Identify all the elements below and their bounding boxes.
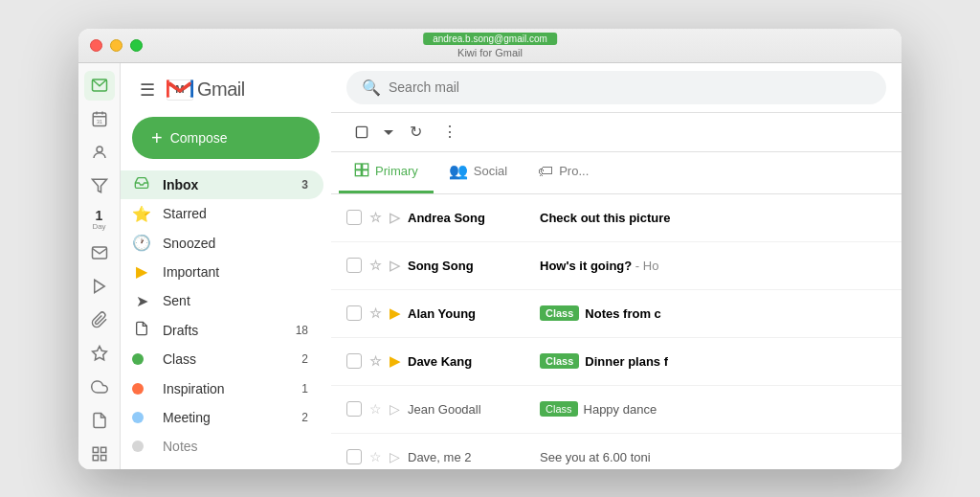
inbox-label: Inbox [163, 177, 290, 192]
email-checkbox[interactable] [346, 449, 362, 464]
important-marker-icon[interactable]: ▷ [390, 449, 400, 464]
email-row[interactable]: ☆ ▶ Dave Kang Class Dinner plans f [331, 338, 902, 386]
rail-doc-icon[interactable] [84, 406, 115, 436]
inspiration-label: Inspiration [163, 381, 290, 396]
rail-cloud-icon[interactable] [84, 373, 115, 402]
rail-contacts-icon[interactable] [84, 138, 115, 168]
class-count: 2 [301, 352, 308, 366]
important-marker-icon[interactable]: ▷ [390, 258, 400, 273]
svg-rect-29 [363, 164, 368, 169]
notes-dot-icon [132, 441, 151, 452]
email-row[interactable]: ☆ ▷ Dave, me 2 See you at 6.00 toni [331, 434, 902, 469]
email-subject: Dinner plans f [585, 354, 668, 369]
email-checkbox[interactable] [346, 210, 362, 225]
app-body: 31 1 Day [78, 63, 902, 469]
email-tag: Class [540, 353, 579, 369]
svg-rect-30 [355, 169, 361, 175]
email-checkbox[interactable] [346, 305, 362, 321]
svg-rect-26 [356, 126, 367, 137]
sidebar-item-inspiration[interactable]: Inspiration 1 [121, 373, 323, 402]
tab-promotions[interactable]: 🏷 Pro... [523, 153, 604, 192]
main-content: 🔍 ↻ ⋮ [331, 63, 902, 469]
sidebar-item-starred[interactable]: ⭐ Starred [121, 199, 323, 228]
snoozed-label: Snoozed [163, 236, 308, 251]
svg-rect-11 [100, 447, 105, 452]
select-dropdown-button[interactable] [381, 117, 396, 147]
compose-plus-icon: + [151, 128, 163, 147]
email-sender: Alan Young [408, 306, 532, 321]
important-marker-icon[interactable]: ▷ [390, 401, 400, 417]
tab-primary[interactable]: Primary [339, 152, 434, 193]
rail-day-icon[interactable]: 1 Day [84, 205, 115, 235]
email-checkbox[interactable] [346, 258, 362, 273]
email-sender: Dave Kang [408, 354, 532, 369]
mail-toolbar: ↻ ⋮ [331, 113, 902, 152]
search-bar[interactable]: 🔍 [346, 71, 886, 104]
inspiration-dot-icon [132, 383, 151, 395]
search-input[interactable] [389, 79, 871, 95]
compose-label: Compose [170, 130, 228, 146]
svg-rect-24 [167, 79, 169, 97]
rail-attachment-icon[interactable] [84, 305, 115, 335]
minimize-button[interactable] [110, 39, 122, 52]
starred-icon: ⭐ [132, 205, 151, 223]
svg-rect-10 [93, 447, 98, 452]
sidebar-item-drafts[interactable]: Drafts 18 [121, 316, 323, 345]
svg-marker-7 [92, 179, 106, 192]
sidebar-item-meeting[interactable]: Meeting 2 [121, 403, 323, 432]
sidebar-item-sent[interactable]: ➤ Sent [121, 286, 323, 315]
hamburger-menu[interactable]: ☰ [136, 79, 159, 102]
email-content: Class Dinner plans f [540, 353, 886, 369]
important-marker-icon[interactable]: ▶ [390, 305, 400, 321]
rail-grid-icon[interactable] [84, 440, 115, 469]
close-button[interactable] [90, 39, 102, 52]
svg-marker-9 [92, 347, 106, 360]
icon-rail: 31 1 Day [78, 63, 121, 469]
class-dot-icon [132, 353, 151, 365]
star-icon[interactable]: ☆ [369, 401, 382, 417]
refresh-button[interactable]: ↻ [400, 117, 431, 147]
sidebar-item-notes[interactable]: Notes [121, 432, 323, 461]
email-subject: See you at 6.00 toni [540, 450, 651, 464]
star-icon[interactable]: ☆ [369, 258, 382, 273]
sidebar-item-class[interactable]: Class 2 [121, 345, 323, 373]
important-nav-icon: ▶ [132, 262, 151, 281]
traffic-lights [90, 39, 143, 52]
email-subject: Check out this picture [540, 211, 671, 225]
email-row[interactable]: ☆ ▷ Andrea Song Check out this picture [331, 194, 902, 242]
email-row[interactable]: ☆ ▶ Alan Young Class Notes from c [331, 290, 902, 338]
sidebar-item-inbox[interactable]: Inbox 3 [121, 170, 323, 199]
email-row[interactable]: ☆ ▷ Song Song How's it going? - Ho [331, 242, 902, 290]
email-checkbox[interactable] [346, 353, 362, 369]
rail-mail-icon[interactable] [84, 71, 115, 101]
search-toolbar: 🔍 [331, 63, 902, 113]
sidebar-item-snoozed[interactable]: 🕐 Snoozed [121, 228, 323, 257]
meeting-dot-icon [132, 412, 151, 423]
sidebar-item-important[interactable]: ▶ Important [121, 258, 323, 286]
compose-button[interactable]: + Compose [132, 117, 320, 159]
star-icon[interactable]: ☆ [369, 210, 382, 225]
email-checkbox[interactable] [346, 401, 362, 417]
more-options-button[interactable]: ⋮ [434, 117, 465, 147]
select-checkbox-button[interactable] [346, 117, 377, 147]
gmail-label: Gmail [197, 79, 245, 101]
rail-filter-icon[interactable] [84, 171, 115, 201]
meeting-count: 2 [301, 411, 308, 424]
svg-text:31: 31 [97, 119, 102, 124]
email-sender: Dave, me 2 [408, 450, 532, 464]
rail-arrow-icon[interactable] [84, 272, 115, 302]
email-row[interactable]: ☆ ▷ Jean Goodall Class Happy dance [331, 386, 902, 434]
important-marker-icon[interactable]: ▶ [390, 353, 400, 369]
important-label: Important [163, 264, 308, 280]
maximize-button[interactable] [130, 39, 143, 52]
primary-tab-icon [354, 162, 369, 181]
rail-calendar-icon[interactable]: 31 [84, 104, 115, 134]
star-icon[interactable]: ☆ [369, 353, 382, 369]
star-icon[interactable]: ☆ [369, 449, 382, 464]
class-label: Class [163, 351, 290, 367]
tab-social[interactable]: 👥 Social [434, 152, 523, 192]
rail-letter-icon[interactable] [84, 238, 115, 268]
rail-star-icon[interactable] [84, 339, 115, 369]
important-marker-icon[interactable]: ▷ [390, 210, 400, 225]
star-icon[interactable]: ☆ [369, 305, 382, 321]
